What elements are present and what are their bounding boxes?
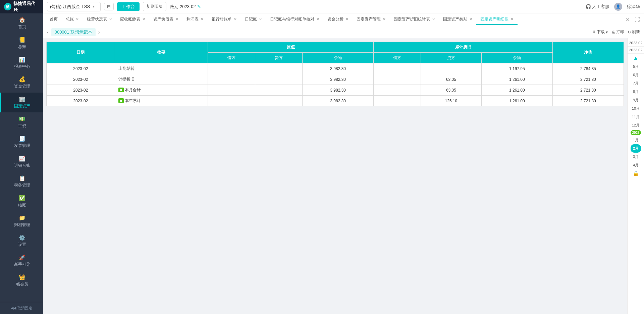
subnav-next-arrow[interactable]: › <box>98 30 100 35</box>
tab-bank[interactable]: 银行对账单✕ <box>208 14 241 25</box>
tab-close-fund[interactable]: ✕ <box>345 17 348 21</box>
tab-reconcile[interactable]: 日记账与银行对账单核对✕ <box>266 14 323 25</box>
cell-depr-debit <box>374 96 421 106</box>
col-orig-balance: 余额 <box>303 53 374 63</box>
sidebar-item-fund[interactable]: 💰资金管理 <box>0 73 43 93</box>
sidebar-item-reports[interactable]: 📊报表中心 <box>0 53 43 73</box>
switch-version-button[interactable]: 切到旧版 <box>143 2 166 11</box>
cell-net-value: 2,721.30 <box>552 96 624 106</box>
tab-fixed_depr[interactable]: 固定资产折旧统计表✕ <box>390 14 439 25</box>
table-row: 2023-02 计提折旧 3,982.30 63.05 1,261.00 2,7… <box>47 74 624 85</box>
app-name: 畅捷通易代账 <box>13 1 39 13</box>
tab-close-fixed_detail[interactable]: ✕ <box>511 17 514 21</box>
tab-close-receivable[interactable]: ✕ <box>142 17 145 21</box>
print-button[interactable]: 🖨 打印 <box>611 29 624 35</box>
tab-label: 固定资产明细账 <box>480 16 508 22</box>
customer-service[interactable]: 🎧 人工客服 <box>586 4 609 10</box>
col-orig-debit: 借方 <box>208 53 255 63</box>
sidebar-pin-toggle[interactable]: ◀◀ 取消固定 <box>0 302 43 314</box>
close-all-tabs-icon[interactable]: ✕ <box>624 16 631 23</box>
sidebar-item-salary[interactable]: 💵工资 <box>0 112 43 132</box>
fullscreen-icon[interactable]: ⛶ <box>633 16 641 23</box>
tab-close-fixed_depr[interactable]: ✕ <box>432 17 435 21</box>
tab-receivable[interactable]: 应收账龄表✕ <box>116 14 149 25</box>
cell-orig-balance: 3,982.30 <box>303 96 374 106</box>
sidebar-item-archive[interactable]: 📁归档管理 <box>0 211 43 231</box>
sidebar-item-ledger[interactable]: 📒总账 <box>0 33 43 53</box>
timeline-year: 2023 <box>631 130 641 135</box>
tab-profit[interactable]: 利润表✕ <box>182 14 208 25</box>
tab-close-journal[interactable]: ✕ <box>259 17 262 21</box>
tab-fixed_detail[interactable]: 固定资产明细账✕ <box>476 14 518 25</box>
tab-close-business[interactable]: ✕ <box>109 17 112 21</box>
tab-fund[interactable]: 资金分析✕ <box>323 14 353 25</box>
sidebar-item-sales[interactable]: 📈进销台账 <box>0 152 43 172</box>
avatar-icon: 👤 <box>616 4 621 9</box>
timeline-month-item[interactable]: 8月 <box>631 88 641 96</box>
company-selector[interactable]: (勾稽) 江西股金-LSS ▼ <box>47 2 101 11</box>
salary-icon: 💵 <box>19 116 25 122</box>
workbench-button[interactable]: 工作台 <box>117 2 140 11</box>
copy-button[interactable]: ⊟ <box>104 3 114 10</box>
timeline-month-item[interactable]: 5月 <box>631 62 641 71</box>
col-header-summary: 摘要 <box>115 42 208 63</box>
sidebar-item-settings[interactable]: ⚙️设置 <box>0 231 43 251</box>
sidebar-item-invoice[interactable]: 🧾发票管理 <box>0 132 43 152</box>
timeline-header1: 2023.02 <box>628 40 644 47</box>
timeline-month-item[interactable]: 7月 <box>631 79 641 88</box>
sidebar-item-label: 结账 <box>18 202 26 208</box>
timeline-month-item[interactable]: 10月 <box>631 104 641 113</box>
sidebar-item-label: 首页 <box>18 24 26 30</box>
sidebar-item-guide[interactable]: 🚀新手引导 <box>0 251 43 271</box>
tab-close-profit[interactable]: ✕ <box>201 17 204 21</box>
tab-close-fixed_type[interactable]: ✕ <box>469 17 472 21</box>
col-depr-credit: 贷方 <box>421 53 482 63</box>
tab-journal[interactable]: 日记账✕ <box>241 14 266 25</box>
cell-orig-debit <box>208 74 255 85</box>
timeline-scroll-up[interactable]: ▲ <box>632 54 640 62</box>
cell-net-value: 2,721.30 <box>552 74 624 85</box>
subnav-prev-arrow[interactable]: ‹ <box>47 30 49 35</box>
sales-icon: 📈 <box>19 155 25 162</box>
cell-depr-balance: 1,261.00 <box>481 74 552 85</box>
sidebar-item-settlement[interactable]: ✅结账 <box>0 192 43 211</box>
tab-fixed_mgmt[interactable]: 固定资产管理✕ <box>353 14 390 25</box>
tab-label: 资产负债表 <box>153 16 173 22</box>
tab-close-fixed_mgmt[interactable]: ✕ <box>383 17 386 21</box>
sidebar-item-tax[interactable]: 📋税务管理 <box>0 172 43 192</box>
cell-depr-balance: 1,261.00 <box>481 85 552 96</box>
col-header-date: 日期 <box>47 42 115 63</box>
sidebar-item-home[interactable]: 🏠首页 <box>0 13 43 33</box>
timeline-month-item[interactable]: 2月 <box>631 144 641 153</box>
timeline-month-item[interactable]: 1月 <box>631 136 641 144</box>
timeline-month-item[interactable]: 3月 <box>631 153 641 161</box>
tab-business[interactable]: 经营状况表✕ <box>83 14 116 25</box>
refresh-button[interactable]: ↻ 刷新 <box>628 29 640 35</box>
print-label: 打印 <box>616 29 624 35</box>
sidebar-item-fixed[interactable]: 🏢固定资产 <box>0 93 43 112</box>
tab-home[interactable]: 首页 <box>46 14 62 25</box>
user-avatar[interactable]: 👤 <box>614 3 622 11</box>
timeline-month-item[interactable]: 9月 <box>631 96 641 104</box>
period-edit-icon[interactable]: ✎ <box>197 4 201 9</box>
timeline-month-item[interactable]: 6月 <box>631 71 641 79</box>
cell-depr-balance: 1,261.00 <box>481 96 552 106</box>
timeline-month-item[interactable]: 11月 <box>631 113 641 121</box>
cell-net-value: 2,784.35 <box>552 63 624 74</box>
row-tag: ■ <box>118 88 124 92</box>
tab-balance[interactable]: 资产负债表✕ <box>149 14 182 25</box>
tab-close-reconcile[interactable]: ✕ <box>316 17 319 21</box>
sidebar-item-member[interactable]: 👑畅会员 <box>0 271 43 291</box>
tab-close-bank[interactable]: ✕ <box>234 17 237 21</box>
timeline-month-item[interactable]: 12月 <box>631 121 641 129</box>
cell-depr-balance: 1,197.95 <box>481 63 552 74</box>
tab-ledger[interactable]: 总账✕ <box>62 14 83 25</box>
download-button[interactable]: ⬇ 下载 ▾ <box>592 29 608 35</box>
breadcrumb-item[interactable]: 000001 联想笔记本 <box>51 28 96 36</box>
company-dropdown-icon: ▼ <box>92 5 95 8</box>
timeline-month-item[interactable]: 4月 <box>631 161 641 169</box>
tab-fixed_type[interactable]: 固定资产类别✕ <box>439 14 476 25</box>
sidebar-item-label: 设置 <box>18 242 26 248</box>
tab-close-ledger[interactable]: ✕ <box>76 17 79 21</box>
tab-close-balance[interactable]: ✕ <box>175 17 178 21</box>
